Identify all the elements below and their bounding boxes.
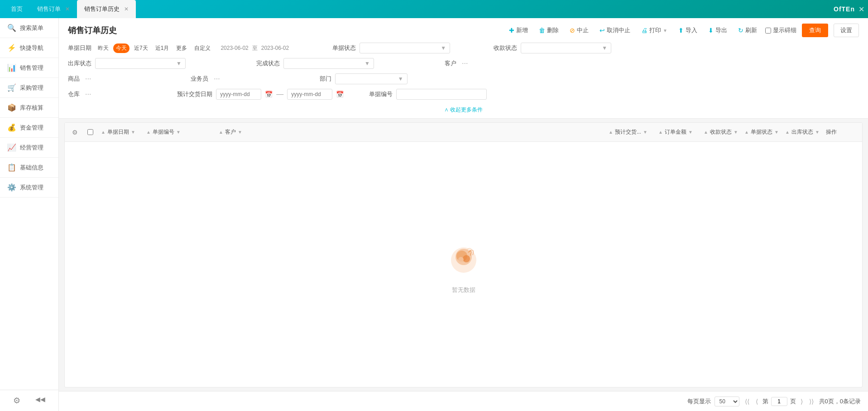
- payment-status-chevron: ▼: [602, 45, 607, 51]
- stop-label: 中止: [577, 26, 589, 34]
- th-delivery-status-sort-asc[interactable]: ▲: [785, 130, 790, 135]
- settings-button[interactable]: 设置: [834, 24, 859, 37]
- th-expected-sort-asc[interactable]: ▲: [609, 130, 613, 135]
- empty-illustration: [441, 235, 486, 280]
- th-date-sort-desc[interactable]: ▼: [131, 130, 135, 135]
- stop-button[interactable]: ⊘ 中止: [567, 24, 591, 36]
- filter-item-expected-date: 预计交货日期 📅 — 📅: [177, 89, 344, 100]
- date-btn-custom[interactable]: 自定义: [192, 44, 213, 53]
- date-range-text: 2023-06-02: [221, 45, 248, 51]
- sidebar-item-system-mgmt[interactable]: ⚙️ 系统管理: [0, 178, 58, 198]
- first-page-button[interactable]: ⟨⟨: [743, 397, 751, 406]
- doc-status-select[interactable]: ▼: [360, 43, 450, 53]
- th-doc-status-sort-desc[interactable]: ▼: [774, 130, 779, 135]
- th-delivery-status-sort-desc[interactable]: ▼: [815, 130, 820, 135]
- th-num-sort-desc[interactable]: ▼: [176, 130, 181, 135]
- cancel-stop-button[interactable]: ↩ 取消中止: [597, 24, 633, 36]
- settings-bottom-icon[interactable]: ⚙: [13, 396, 20, 406]
- sidebar-item-search-menu[interactable]: 🔍 搜索菜单: [0, 18, 58, 38]
- next-page-button[interactable]: ⟩: [799, 397, 805, 406]
- date-btn-today[interactable]: 今天: [113, 44, 129, 53]
- table-check-all[interactable]: [83, 129, 97, 135]
- sidebar-item-quick-nav[interactable]: ⚡ 快捷导航: [0, 38, 58, 58]
- th-date-sort-asc[interactable]: ▲: [101, 130, 106, 135]
- date-btn-more[interactable]: 更多: [173, 44, 190, 53]
- th-num-sort-asc[interactable]: ▲: [146, 130, 151, 135]
- page-size-select[interactable]: 50 20 100: [715, 396, 739, 406]
- th-amount-sort-asc[interactable]: ▲: [658, 130, 663, 135]
- warehouse-dots-btn[interactable]: ···: [83, 90, 93, 98]
- print-chevron: ▼: [663, 28, 667, 33]
- th-client-sort-asc[interactable]: ▲: [219, 130, 223, 135]
- sidebar-item-operation-mgmt-label: 经营管理: [20, 144, 43, 152]
- product-dots-btn[interactable]: ···: [83, 75, 93, 83]
- print-button[interactable]: 🖨 打印 ▼: [638, 24, 670, 36]
- sidebar-item-purchase-mgmt-label: 采购管理: [20, 84, 43, 92]
- th-doc-status-sort-asc[interactable]: ▲: [744, 130, 749, 135]
- filter-label-doc-status: 单据状态: [332, 44, 356, 52]
- page-number-input[interactable]: [771, 397, 787, 406]
- th-expected-sort-desc[interactable]: ▼: [643, 130, 647, 135]
- tab-sales-order[interactable]: 销售订单 ✕: [30, 0, 77, 18]
- sidebar-item-sales-mgmt[interactable]: 📊 销售管理: [0, 58, 58, 78]
- collapse-sidebar-icon[interactable]: ◀◀: [35, 396, 45, 406]
- th-client-sort-desc[interactable]: ▼: [238, 130, 242, 135]
- empty-text: 暂无数据: [452, 286, 475, 294]
- system-mgmt-icon: ⚙️: [7, 183, 16, 192]
- window-close-icon[interactable]: ✕: [858, 5, 864, 14]
- export-button[interactable]: ⬇ 导出: [705, 24, 730, 36]
- doc-num-input[interactable]: [396, 89, 487, 100]
- date-range-to: 2023-06-02: [261, 45, 289, 51]
- sidebar-item-operation-mgmt[interactable]: 📈 经营管理: [0, 138, 58, 158]
- th-amount: ▲ 订单金额 ▼: [655, 128, 700, 136]
- expected-date-to-input[interactable]: [287, 89, 332, 100]
- new-button[interactable]: ✚ 新增: [506, 24, 531, 36]
- collapse-row[interactable]: ∧ 收起更多条件: [68, 104, 859, 116]
- tab-sales-order-history[interactable]: 销售订单历史 ✕: [77, 0, 136, 18]
- delete-icon: 🗑: [539, 27, 545, 34]
- prev-page-button[interactable]: ⟨: [754, 397, 760, 406]
- date-btn-yesterday[interactable]: 昨天: [95, 44, 111, 53]
- query-button[interactable]: 查询: [802, 24, 828, 37]
- top-bar: 首页 销售订单 ✕ 销售订单历史 ✕ OfTEn ✕: [0, 0, 868, 18]
- filter-item-date-range: 2023-06-02 至 2023-06-02: [221, 44, 289, 52]
- check-all-checkbox[interactable]: [87, 129, 93, 135]
- client-dots-btn[interactable]: ···: [460, 59, 470, 68]
- display-toggle-checkbox[interactable]: [765, 28, 771, 34]
- tab-home[interactable]: 首页: [4, 0, 30, 18]
- page-header: 销售订单历史 ✚ 新增 🗑 删除 ⊘ 中止 ↩: [59, 18, 868, 119]
- sidebar-item-purchase-mgmt[interactable]: 🛒 采购管理: [0, 78, 58, 98]
- table-settings-icon[interactable]: ⚙: [68, 129, 83, 136]
- page-nav: ⟨⟨ ⟨ 第 页 ⟩ ⟩⟩: [743, 397, 815, 406]
- sidebar-item-basic-info[interactable]: 📋 基础信息: [0, 158, 58, 178]
- complete-status-select[interactable]: ▼: [283, 58, 374, 69]
- refresh-button[interactable]: ↻ 刷新: [735, 24, 760, 36]
- expected-date-from-input[interactable]: [216, 89, 261, 100]
- sidebar-item-inventory-check[interactable]: 📦 库存核算: [0, 98, 58, 118]
- tab-sales-order-history-close[interactable]: ✕: [124, 6, 129, 12]
- delete-button[interactable]: 🗑 删除: [536, 24, 561, 36]
- department-chevron: ▼: [398, 76, 403, 82]
- th-amount-sort-desc[interactable]: ▼: [688, 130, 693, 135]
- date-btn-1month[interactable]: 近1月: [153, 44, 172, 53]
- th-payment-status-sort-desc[interactable]: ▼: [734, 130, 738, 135]
- th-delivery-status-label: 出库状态: [791, 128, 813, 136]
- payment-status-select[interactable]: ▼: [521, 43, 611, 53]
- last-page-button[interactable]: ⟩⟩: [807, 397, 815, 406]
- th-payment-status-sort-asc[interactable]: ▲: [704, 130, 708, 135]
- table-area: ⚙ ▲ 单据日期 ▼ ▲ 单据编号 ▼ ▲ 客户 ▼: [64, 122, 863, 387]
- display-toggle[interactable]: 显示碍细: [765, 26, 796, 34]
- tab-sales-order-close[interactable]: ✕: [65, 6, 70, 12]
- capital-mgmt-icon: 💰: [7, 123, 16, 132]
- sidebar-item-capital-mgmt[interactable]: 💰 资金管理: [0, 118, 58, 138]
- date-btn-7days[interactable]: 近7天: [131, 44, 151, 53]
- calendar-to-icon[interactable]: 📅: [336, 91, 344, 98]
- delivery-status-select[interactable]: ▼: [95, 58, 186, 69]
- department-select[interactable]: ▼: [335, 73, 408, 84]
- svg-point-4: [458, 257, 464, 262]
- th-date: ▲ 单据日期 ▼: [97, 128, 143, 136]
- calendar-from-icon[interactable]: 📅: [265, 91, 273, 98]
- salesperson-dots-btn[interactable]: ···: [212, 75, 221, 83]
- import-button[interactable]: ⬆ 导入: [676, 24, 700, 36]
- empty-state: 暂无数据: [65, 142, 862, 387]
